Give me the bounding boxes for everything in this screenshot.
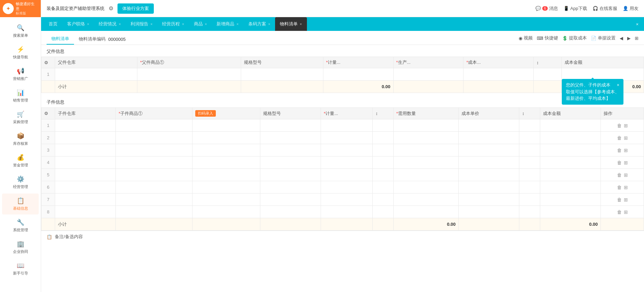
tab-goods-close[interactable]: × (205, 22, 207, 26)
child-row-6-goods[interactable] (116, 181, 193, 194)
child-row-3-goods[interactable] (116, 144, 193, 156)
child-row-2-goods[interactable] (116, 132, 193, 144)
copy-row-4-icon[interactable]: ⊞ (624, 160, 628, 165)
parent-row-warehouse[interactable] (55, 68, 137, 81)
child-row-1-spec[interactable] (260, 119, 321, 132)
sidebar-item-marketing[interactable]: 📢 营销推广 (2, 64, 39, 85)
child-row-5-unit[interactable] (321, 169, 373, 181)
child-row-1-unit-cost[interactable] (459, 119, 519, 132)
copy-row-5-icon[interactable]: ⊞ (624, 172, 628, 178)
child-row-1-unit[interactable] (321, 119, 373, 132)
child-row-2-warehouse[interactable] (55, 132, 116, 144)
copy-row-2-icon[interactable]: ⊞ (624, 135, 628, 141)
child-row-1-qty[interactable] (393, 119, 458, 132)
child-row-8-qty[interactable] (393, 206, 458, 218)
child-row-2-unit[interactable] (321, 132, 373, 144)
tab-history[interactable]: 经营历程 × (157, 17, 189, 31)
child-row-4-spec[interactable] (260, 156, 321, 169)
online-service-button[interactable]: 🎧 在线客服 (593, 5, 617, 12)
tab-operations[interactable]: 经营情况 × (94, 17, 125, 31)
copy-row-3-icon[interactable]: ⊞ (624, 148, 628, 153)
sidebar-item-system[interactable]: 🔧 系统管理 (2, 215, 39, 236)
child-row-7-goods[interactable] (116, 194, 193, 206)
child-row-6-unit[interactable] (321, 181, 373, 194)
child-row-3-qty[interactable] (393, 144, 458, 156)
child-row-8-spec[interactable] (260, 206, 321, 218)
parent-row-goods[interactable] (137, 68, 241, 81)
sidebar-item-quicknav[interactable]: ⚡ 快捷导航 (2, 42, 39, 63)
child-row-4-qty[interactable] (393, 156, 458, 169)
child-row-2-qty[interactable] (393, 132, 458, 144)
tab-customer[interactable]: 客户联络 × (62, 17, 94, 31)
sidebar-item-inventory[interactable]: 📦 库存核算 (2, 129, 39, 150)
child-row-7-unit[interactable] (321, 194, 373, 206)
trial-button[interactable]: 体验行业方案 (117, 3, 154, 14)
child-row-6-qty[interactable] (393, 181, 458, 194)
tab-bom-close[interactable]: × (300, 22, 302, 26)
delete-row-8-icon[interactable]: 🗑 (617, 209, 622, 215)
child-row-7-unit-cost[interactable] (459, 194, 519, 206)
delete-row-4-icon[interactable]: 🗑 (617, 160, 622, 165)
child-row-8-unit[interactable] (321, 206, 373, 218)
parent-row-produce[interactable] (393, 68, 463, 81)
tab-home[interactable]: 首页 (44, 17, 62, 31)
message-button[interactable]: 💬 6 消息 (535, 5, 558, 12)
delete-row-1-icon[interactable]: 🗑 (617, 123, 622, 128)
sidebar-item-finance[interactable]: 💰 资金管理 (2, 150, 39, 171)
parent-row-unit[interactable] (323, 68, 393, 81)
child-row-6-warehouse[interactable] (55, 181, 116, 194)
grid-button[interactable]: ⊞ (635, 36, 639, 41)
tab-newgoods-close[interactable]: × (236, 22, 238, 26)
tab-barcode[interactable]: 条码方案 × (244, 17, 275, 31)
tooltip-close-button[interactable]: × (617, 82, 619, 89)
tab-barcode-close[interactable]: × (268, 22, 270, 26)
copy-row-6-icon[interactable]: ⊞ (624, 185, 628, 190)
child-row-4-warehouse[interactable] (55, 156, 116, 169)
sidebar-item-sales[interactable]: 📊 销售管理 (2, 85, 39, 106)
tab-history-close[interactable]: × (182, 22, 184, 26)
child-row-8-goods[interactable] (116, 206, 193, 218)
copy-row-7-icon[interactable]: ⊞ (624, 197, 628, 202)
copy-row-8-icon[interactable]: ⊞ (624, 209, 628, 215)
prev-button[interactable]: ◀ (620, 36, 623, 41)
app-download-button[interactable]: 📱 App下载 (564, 5, 587, 12)
child-row-7-spec[interactable] (260, 194, 321, 206)
tab-profit-close[interactable]: × (150, 22, 152, 26)
child-row-1-goods[interactable] (116, 119, 193, 132)
child-row-5-unit-cost[interactable] (459, 169, 519, 181)
next-button[interactable]: ▶ (627, 36, 631, 41)
child-row-3-warehouse[interactable] (55, 144, 116, 156)
child-row-3-spec[interactable] (260, 144, 321, 156)
child-row-2-unit-cost[interactable] (459, 132, 519, 144)
child-row-5-spec[interactable] (260, 169, 321, 181)
copy-row-1-icon[interactable]: ⊞ (624, 123, 628, 128)
child-row-4-unit[interactable] (321, 156, 373, 169)
child-row-5-qty[interactable] (393, 169, 458, 181)
child-row-8-unit-cost[interactable] (459, 206, 519, 218)
video-action[interactable]: ◉ 视频 (519, 35, 533, 41)
sidebar-item-search[interactable]: 🔍 搜索菜单 (2, 21, 39, 42)
doc-settings-action[interactable]: 📄 单据设置 (591, 35, 616, 41)
sidebar-item-purchase[interactable]: 🛒 采购管理 (2, 107, 39, 128)
tab-profit[interactable]: 利润报告 × (126, 17, 157, 31)
close-all-tabs[interactable]: × (633, 20, 641, 28)
child-row-6-unit-cost[interactable] (459, 181, 519, 194)
child-row-5-goods[interactable] (116, 169, 193, 181)
child-row-8-warehouse[interactable] (55, 206, 116, 218)
delete-row-2-icon[interactable]: 🗑 (617, 135, 622, 141)
parent-row-spec[interactable] (241, 68, 323, 81)
delete-row-3-icon[interactable]: 🗑 (617, 148, 622, 153)
parent-row-cost[interactable] (463, 68, 534, 81)
tab-bom[interactable]: 物料清单 × (275, 17, 307, 31)
tab-goods[interactable]: 商品 × (189, 17, 212, 31)
parent-col-settings[interactable]: ⚙ (41, 57, 55, 68)
user-button[interactable]: 👤 用友 (623, 5, 639, 12)
child-row-1-warehouse[interactable] (55, 119, 116, 132)
delete-row-7-icon[interactable]: 🗑 (617, 197, 622, 202)
tab-operations-close[interactable]: × (119, 22, 121, 26)
child-row-3-unit[interactable] (321, 144, 373, 156)
child-row-6-spec[interactable] (260, 181, 321, 194)
tab-newgoods[interactable]: 新增商品 × (212, 17, 243, 31)
sub-tab-list[interactable]: 物料清单 (47, 34, 74, 45)
settings-icon[interactable]: ⚙ (109, 5, 113, 12)
